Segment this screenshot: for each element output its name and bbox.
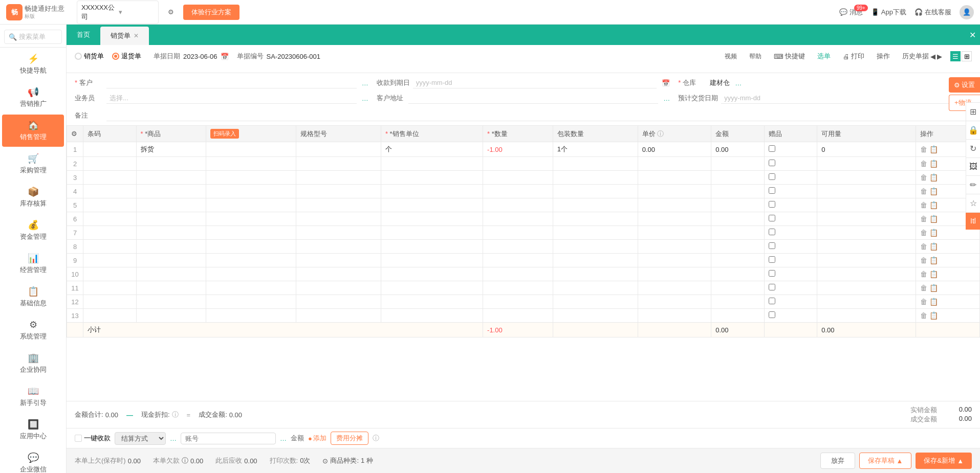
copy-icon[interactable]: 📋	[929, 145, 938, 153]
float-expand-icon[interactable]: ⊞	[966, 102, 980, 121]
row-spec[interactable]	[296, 142, 381, 157]
price-info-icon[interactable]: ⓘ	[657, 130, 664, 138]
delete-icon[interactable]: 🗑	[920, 284, 927, 292]
float-chat-icon[interactable]: Itl	[966, 213, 980, 230]
trial-button[interactable]: 体验行业方案	[183, 5, 239, 20]
company-selector[interactable]: XXXXXX公司 ▾	[77, 1, 159, 24]
account-dots[interactable]: …	[280, 435, 287, 442]
help-btn[interactable]: 帮助	[745, 51, 766, 62]
gift-checkbox[interactable]	[769, 270, 775, 277]
add-btn[interactable]: ● 添加	[308, 434, 326, 443]
remark-input[interactable]	[106, 110, 972, 121]
copy-icon[interactable]: 📋	[929, 270, 938, 278]
row-amount[interactable]: 0.00	[711, 142, 765, 157]
radio-sales[interactable]: 销货单	[75, 52, 104, 61]
calc-method-select[interactable]: 结算方式	[115, 432, 166, 445]
delete-icon[interactable]: 🗑	[920, 270, 927, 278]
row-gift[interactable]	[764, 142, 817, 157]
message-btn[interactable]: 💬 消息 99+	[839, 8, 863, 17]
app-download-btn[interactable]: 📱 App下载	[871, 8, 906, 17]
sidebar-item-enterprise[interactable]: 🏢 企业协同	[2, 347, 64, 379]
row-barcode[interactable]	[83, 142, 137, 157]
customer-addr-dots-btn[interactable]: …	[663, 95, 670, 102]
gift-checkbox[interactable]	[769, 187, 775, 194]
calc-method-dots[interactable]: …	[170, 435, 177, 442]
warehouse-dots-btn[interactable]: …	[735, 79, 742, 87]
shortcut-btn[interactable]: ⌨ 快捷键	[770, 50, 809, 62]
gift-checkbox[interactable]	[769, 145, 775, 152]
grid-view-icon[interactable]: ⊞	[962, 51, 972, 61]
copy-icon[interactable]: 📋	[929, 187, 938, 195]
one-click-payment[interactable]: 一键收款	[75, 434, 111, 443]
row-unit[interactable]: 个	[381, 142, 483, 157]
gift-checkbox[interactable]	[769, 173, 775, 180]
gift-checkbox[interactable]	[769, 215, 775, 221]
copy-icon[interactable]: 📋	[929, 284, 938, 292]
payment-date-input[interactable]	[413, 77, 657, 88]
sidebar-item-system[interactable]: ⚙ 系统管理	[2, 314, 64, 346]
delete-icon[interactable]: 🗑	[920, 160, 927, 168]
float-edit-icon[interactable]: ✏	[966, 176, 980, 194]
online-service-btn[interactable]: 🎧 在线客服	[914, 8, 951, 17]
operation-btn[interactable]: 操作	[873, 50, 894, 62]
delete-icon[interactable]: 🗑	[920, 145, 927, 153]
history-btn[interactable]: 历史单据 ◀ ▶	[898, 50, 946, 62]
sidebar-item-basic-info[interactable]: 📋 基础信息	[2, 281, 64, 313]
gift-checkbox[interactable]	[769, 298, 775, 304]
copy-icon[interactable]: 📋	[929, 201, 938, 209]
payment-date-calendar-icon[interactable]: 📅	[662, 79, 670, 87]
sidebar-item-purchase[interactable]: 🛒 采购管理	[2, 148, 64, 180]
sidebar-item-wechat[interactable]: 💬 企业微信	[2, 447, 64, 473]
copy-icon[interactable]: 📋	[929, 173, 938, 182]
copy-icon[interactable]: 📋	[929, 229, 938, 237]
settings-icon[interactable]: ⚙	[163, 4, 179, 20]
customer-addr-input[interactable]	[408, 93, 659, 104]
scan-button[interactable]: 扫码录入	[210, 129, 239, 139]
gift-checkbox[interactable]	[769, 256, 775, 263]
sidebar-item-quick-nav[interactable]: ⚡ 快捷导航	[2, 48, 64, 80]
gift-checkbox[interactable]	[769, 229, 775, 235]
copy-icon[interactable]: 📋	[929, 242, 938, 251]
delete-icon[interactable]: 🗑	[920, 229, 927, 237]
tab-home[interactable]: 首页	[67, 25, 100, 45]
row-qty[interactable]: -1.00	[483, 142, 553, 157]
gift-checkbox[interactable]	[769, 284, 775, 290]
salesman-dots-btn[interactable]: …	[362, 95, 368, 102]
gift-checkbox[interactable]	[769, 242, 775, 249]
tab-close-icon[interactable]: ✕	[134, 32, 139, 39]
sidebar-item-app-center[interactable]: 🔲 应用中心	[2, 414, 64, 446]
row-product[interactable]: 拆货	[136, 142, 206, 157]
salesman-input[interactable]	[106, 93, 357, 104]
delete-icon[interactable]: 🗑	[920, 256, 927, 264]
save-new-button[interactable]: 保存&新增 ▲	[916, 453, 972, 469]
copy-icon[interactable]: 📋	[929, 215, 938, 223]
expense-btn[interactable]: 费用分摊	[331, 432, 368, 445]
float-lock-icon[interactable]: 🔒	[966, 121, 980, 140]
save-draft-button[interactable]: 保存草稿 ▲	[859, 453, 912, 469]
row-pkg-qty[interactable]: 1个	[553, 142, 638, 157]
delete-icon[interactable]: 🗑	[920, 298, 927, 306]
delete-icon[interactable]: 🗑	[920, 311, 927, 320]
radio-return[interactable]: 退货单	[112, 52, 141, 61]
delete-icon[interactable]: 🗑	[920, 201, 927, 209]
select-btn[interactable]: 选单	[813, 50, 835, 62]
float-refresh-icon[interactable]: ↻	[966, 140, 980, 158]
gift-checkbox[interactable]	[769, 201, 775, 208]
avatar[interactable]: 👤	[960, 5, 974, 19]
settings-action-btn[interactable]: ⚙ 设置	[949, 77, 980, 93]
list-view-icon[interactable]: ☰	[950, 51, 961, 61]
copy-icon[interactable]: 📋	[929, 298, 938, 306]
tab-close-all-icon[interactable]: ✕	[969, 30, 976, 40]
account-input[interactable]	[181, 433, 276, 444]
sidebar-item-inventory[interactable]: 📦 库存核算	[2, 181, 64, 213]
search-input-wrap[interactable]: 🔍 搜索菜单	[4, 30, 62, 44]
copy-icon[interactable]: 📋	[929, 160, 938, 168]
print-btn[interactable]: 🖨 打印	[839, 50, 868, 62]
sidebar-item-operations[interactable]: 📊 经营管理	[2, 247, 64, 280]
copy-icon[interactable]: 📋	[929, 256, 938, 264]
sidebar-item-finance[interactable]: 💰 资金管理	[2, 214, 64, 246]
float-image-icon[interactable]: 🖼	[966, 158, 980, 176]
customer-dots-btn[interactable]: …	[362, 79, 368, 87]
delete-icon[interactable]: 🗑	[920, 187, 927, 195]
gift-checkbox[interactable]	[769, 160, 775, 166]
